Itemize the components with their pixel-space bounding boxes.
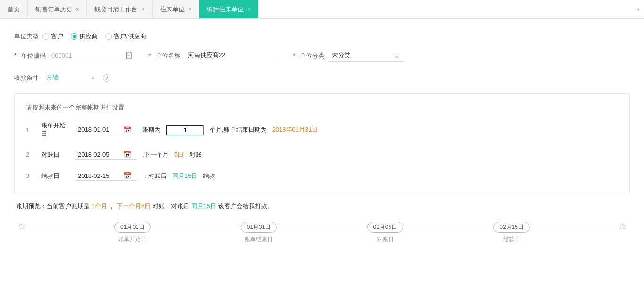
radio-both-label: 客户/供应商 [114, 32, 146, 41]
section-instruction: 请按照未来的一个完整帐期进行设置 [26, 103, 618, 112]
radio-customer[interactable]: 客户 [42, 32, 63, 41]
row3-num: 3 [26, 172, 35, 179]
row1-calendar-icon[interactable]: 📅 [123, 126, 131, 134]
unit-name-input[interactable] [184, 50, 279, 61]
tab-sales-order-label: 销售订单历史 [35, 5, 72, 14]
preview-end: 该客户会给我打款。 [218, 203, 273, 210]
tab-bar: 首页 销售订单历史 × 钱货日清工作台 × 往来单位 × 编辑往来单位 × › [0, 0, 644, 19]
row3-date-input[interactable] [78, 172, 120, 179]
tl-desc-2: 账单结束日 [245, 236, 273, 244]
unit-type-label: 单位类型 [14, 32, 39, 41]
settings-section: 请按照未来的一个完整帐期进行设置 1 账单开始日 📅 账期为 个月,账单结束日期… [14, 93, 630, 194]
row2-suffix-before: ,下一个月 [142, 151, 169, 159]
tl-badge-1: 01月01日 [114, 222, 151, 233]
unit-code-label: 单位编码 [21, 51, 46, 60]
tab-cash-work[interactable]: 钱货日清工作台 × [87, 0, 152, 18]
payment-row: 收款条件 月结 ⌄ ? [14, 71, 630, 84]
radio-supplier-circle [71, 33, 77, 40]
chevron-down-icon: ⌄ [394, 51, 400, 59]
close-cash-work-icon[interactable]: × [141, 7, 144, 12]
period-input[interactable] [166, 125, 204, 135]
unit-name-star: * [149, 52, 151, 59]
radio-supplier[interactable]: 供应商 [71, 32, 98, 41]
timeline-line-5 [530, 224, 620, 224]
unit-cat-star: * [293, 52, 295, 59]
radio-both-circle [105, 33, 112, 40]
timeline-line-1 [24, 224, 114, 224]
tab-edit-unit[interactable]: 编辑往来单位 × [199, 0, 258, 18]
row1-num: 1 [26, 127, 35, 134]
unit-category-value: 未分类 [332, 51, 392, 59]
radio-supplier-label: 供应商 [79, 32, 98, 41]
row1-mid-text: 账期为 [142, 126, 161, 134]
tab-cash-work-label: 钱货日清工作台 [94, 5, 137, 14]
help-icon[interactable]: ? [103, 74, 110, 82]
tl-badge-2: 01月31日 [241, 222, 277, 233]
preview-part3: 同月15日 [191, 203, 216, 210]
timeline-end-dot [620, 222, 625, 229]
radio-both[interactable]: 客户/供应商 [105, 32, 146, 41]
setting-row-1: 1 账单开始日 📅 账期为 个月,账单结束日期为 2018年01月31日 [26, 121, 618, 138]
row1-end-date: 2018年01月31日 [272, 126, 318, 134]
unit-code-star: * [14, 52, 17, 59]
unit-code-copy-icon[interactable]: 📋 [125, 51, 133, 59]
timeline: 01月01日 账单开始日 01月31日 账单结束日 02月05日 对账日 02月… [14, 222, 630, 244]
preview-text: 账期预览：当前客户账期是 1个月 ， 下一个月5日 对账，对账后 同月15日 该… [14, 202, 630, 211]
timeline-node-1: 01月01日 账单开始日 [114, 222, 151, 244]
close-edit-unit-icon[interactable]: × [247, 7, 250, 12]
payment-label: 收款条件 [14, 74, 39, 82]
timeline-node-3: 02月05日 对账日 [367, 222, 404, 244]
timeline-line-2 [151, 224, 241, 224]
row2-suffix-after: 对账 [189, 151, 202, 159]
row2-calendar-icon[interactable]: 📅 [123, 151, 131, 158]
unit-code-input[interactable] [51, 52, 125, 59]
preview-label: 账期预览：当前客户账期是 [16, 203, 90, 210]
unit-name-label: 单位名称 [156, 51, 180, 60]
tab-edit-unit-label: 编辑往来单位 [207, 5, 244, 14]
timeline-node-2: 01月31日 账单结束日 [241, 222, 277, 244]
timeline-node-4: 02月15日 结款日 [493, 222, 530, 244]
preview-mid: 对账，对账后 [153, 203, 189, 210]
payment-select[interactable]: 月结 ⌄ [42, 71, 99, 84]
preview-part1: 1个月 [92, 203, 107, 210]
tab-contact-unit[interactable]: 往来单位 × [153, 0, 199, 18]
row2-num: 2 [26, 151, 35, 158]
tab-home-label: 首页 [8, 5, 20, 14]
row2-name: 对账日 [41, 151, 69, 159]
tab-contact-unit-label: 往来单位 [160, 5, 185, 14]
main-content: 单位类型 客户 供应商 客户/供应商 * 单位编码 📋 [0, 19, 644, 287]
unit-category-select[interactable]: 未分类 ⌄ [328, 49, 404, 62]
payment-value: 月结 [46, 73, 89, 82]
timeline-start-dot [19, 222, 24, 229]
payment-chevron-icon: ⌄ [91, 74, 95, 81]
unit-info-row: * 单位编码 📋 * 单位名称 * 单位分类 未分类 ⌄ [14, 49, 630, 62]
tl-badge-4: 02月15日 [493, 222, 530, 233]
tab-sales-order[interactable]: 销售订单历史 × [28, 0, 87, 18]
row2-suffix-highlight: 5日 [174, 151, 184, 159]
row3-date-field[interactable]: 📅 [75, 171, 136, 181]
setting-row-2: 2 对账日 📅 ,下一个月 5日 对账 [26, 150, 618, 160]
row3-calendar-icon[interactable]: 📅 [123, 172, 131, 179]
row1-date-field[interactable]: 📅 [75, 125, 136, 135]
row1-name: 账单开始日 [41, 121, 69, 138]
setting-row-3: 3 结款日 📅 ，对账后 同月15日 结款 [26, 171, 618, 181]
timeline-line-3 [277, 224, 367, 224]
tl-desc-3: 对账日 [377, 236, 394, 244]
row1-suffix: 个月,账单结束日期为 [210, 126, 267, 134]
row2-date-input[interactable] [78, 151, 120, 158]
tab-home[interactable]: 首页 [0, 0, 28, 18]
tab-more-button[interactable]: › [633, 0, 644, 18]
row3-suffix-before: ，对账后 [142, 172, 167, 180]
unit-code-field[interactable]: 📋 [50, 51, 135, 60]
unit-cat-label: 单位分类 [300, 51, 324, 60]
tl-desc-4: 结款日 [503, 236, 520, 244]
preview-part2: 下一个月5日 [117, 203, 151, 210]
row1-date-input[interactable] [78, 126, 120, 133]
close-contact-unit-icon[interactable]: × [188, 7, 191, 12]
radio-customer-label: 客户 [51, 32, 63, 41]
close-sales-order-icon[interactable]: × [76, 7, 79, 12]
row3-suffix-after: 结款 [203, 172, 215, 180]
row2-date-field[interactable]: 📅 [75, 150, 136, 160]
row3-suffix-highlight: 同月15日 [172, 172, 197, 180]
radio-group-unit-type: 客户 供应商 客户/供应商 [42, 32, 146, 41]
